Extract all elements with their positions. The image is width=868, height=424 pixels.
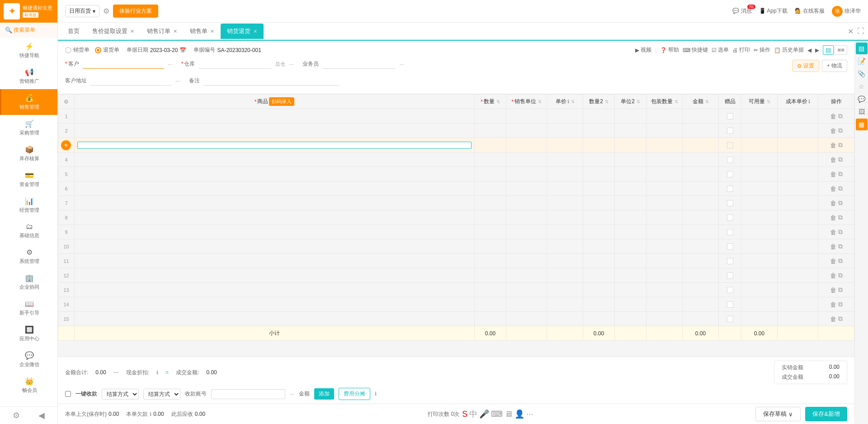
close-tab-icon[interactable]: ✕ xyxy=(848,27,854,36)
unit-sort-icon[interactable]: ⇅ xyxy=(538,99,542,104)
delete-row-btn-1[interactable]: 🗑 xyxy=(830,112,836,120)
right-note-icon[interactable]: 📝 xyxy=(856,55,868,67)
sidebar-item-apps[interactable]: 🔲 应用中心 xyxy=(0,321,57,347)
gift-checkbox-11[interactable] xyxy=(727,258,733,264)
save-new-button[interactable]: 保存&新增 xyxy=(805,407,847,421)
gift-checkbox-12[interactable] xyxy=(727,272,733,279)
copy-row-btn-5[interactable]: ⧉ xyxy=(838,170,843,178)
gift-checkbox-3[interactable] xyxy=(727,142,733,148)
topbar-gear-icon[interactable]: ⚙ xyxy=(103,7,109,15)
toolbar-video-btn[interactable]: ▶ 视频 xyxy=(635,46,651,54)
customer-lookup-btn[interactable]: ··· xyxy=(168,61,172,67)
delete-row-btn-11[interactable]: 🗑 xyxy=(830,257,836,265)
delete-row-btn-5[interactable]: 🗑 xyxy=(830,170,836,178)
unit2-sort-icon[interactable]: ⇅ xyxy=(637,99,640,104)
toolbar-shortcut-btn[interactable]: ⌨ 快捷键 xyxy=(683,46,708,54)
sidebar-item-system[interactable]: ⚙ 系统管理 xyxy=(0,243,57,269)
radio-return[interactable]: 退货单 xyxy=(95,46,119,54)
gift-checkbox-5[interactable] xyxy=(727,171,733,177)
staff-input[interactable] xyxy=(322,59,396,69)
expense-split-btn[interactable]: 费用分摊 xyxy=(339,388,370,400)
logistics-btn[interactable]: + 物流 xyxy=(822,60,847,72)
scan-input-btn[interactable]: 扫码录入 xyxy=(269,97,294,106)
right-scan-icon[interactable]: ▦ xyxy=(856,119,868,130)
tab-price[interactable]: 售价提取设置 ✕ xyxy=(86,24,141,39)
warehouse-lookup-btn[interactable]: ··· xyxy=(289,61,293,67)
add-payment-btn[interactable]: 添加 xyxy=(314,388,334,400)
sidebar-item-wechat[interactable]: 💬 企业微信 xyxy=(0,347,57,372)
gift-checkbox-10[interactable] xyxy=(727,243,733,250)
copy-row-btn-2[interactable]: ⧉ xyxy=(838,127,843,134)
product-input-3[interactable] xyxy=(77,142,472,149)
right-star-icon[interactable]: ☆ xyxy=(856,81,868,92)
tab-close-price[interactable]: ✕ xyxy=(130,29,134,34)
tab-home[interactable]: 首页 xyxy=(61,24,86,39)
sidebar-item-inventory[interactable]: 📦 库存核算 xyxy=(0,141,57,167)
gift-checkbox-9[interactable] xyxy=(727,229,733,235)
copy-row-btn-10[interactable]: ⧉ xyxy=(838,243,843,250)
copy-row-btn-12[interactable]: ⧉ xyxy=(838,272,843,279)
sub-method-select[interactable]: 结算方式 xyxy=(143,389,180,400)
delete-row-btn-7[interactable]: 🗑 xyxy=(830,199,836,207)
nav-prev-icon[interactable]: ◀ xyxy=(807,47,811,53)
copy-row-btn-7[interactable]: ⧉ xyxy=(838,199,843,207)
message-button[interactable]: 💬 消息 70 xyxy=(732,7,751,15)
right-chat-icon[interactable]: 💬 xyxy=(856,93,868,105)
delete-row-btn-6[interactable]: 🗑 xyxy=(830,185,836,192)
sidebar-item-sales[interactable]: 💰 销售管理 xyxy=(0,89,57,115)
address-input[interactable] xyxy=(90,76,172,86)
right-image-icon[interactable]: 🖼 xyxy=(856,106,868,118)
qty-sort-icon[interactable]: ⇅ xyxy=(496,99,500,104)
sidebar-item-search[interactable]: 🔍 搜索菜单 xyxy=(0,23,57,38)
toolbar-operation-btn[interactable]: ✏ 操作 xyxy=(754,46,770,54)
delete-row-btn-12[interactable]: 🗑 xyxy=(830,272,836,279)
toolbar-history-btn[interactable]: 📋 历史单据 xyxy=(774,46,804,54)
sidebar-item-purchase[interactable]: 🛒 采购管理 xyxy=(0,115,57,141)
tab-return[interactable]: 销货退货 ✕ xyxy=(221,24,264,39)
copy-row-btn-15[interactable]: ⧉ xyxy=(838,315,843,323)
gift-checkbox-8[interactable] xyxy=(727,214,733,221)
settings-btn[interactable]: ⚙ 设置 xyxy=(792,60,819,72)
copy-row-btn-6[interactable]: ⧉ xyxy=(838,185,843,192)
nav-next-icon[interactable]: ▶ xyxy=(815,47,819,53)
tab-order[interactable]: 销售订单 ✕ xyxy=(141,24,184,39)
calendar-icon[interactable]: 📅 xyxy=(179,47,186,53)
add-row-btn[interactable]: + xyxy=(61,140,71,150)
cash-discount-info-icon[interactable]: ℹ xyxy=(156,370,158,376)
account-lookup-btn[interactable]: ··· xyxy=(290,391,294,397)
delete-row-btn-8[interactable]: 🗑 xyxy=(830,214,836,221)
tab-close-return[interactable]: ✕ xyxy=(253,29,257,34)
gift-checkbox-4[interactable] xyxy=(727,157,733,163)
sidebar-item-corp[interactable]: 🏢 企业协同 xyxy=(0,269,57,295)
app-download-button[interactable]: 📱 App下载 xyxy=(759,7,788,15)
save-draft-button[interactable]: 保存草稿 ∨ xyxy=(755,407,801,421)
sidebar-item-marketing[interactable]: 📢 营销推广 xyxy=(0,63,57,89)
note-input[interactable] xyxy=(203,76,339,86)
amount-sort-icon[interactable]: ⇅ xyxy=(705,99,709,104)
delete-row-btn-9[interactable]: 🗑 xyxy=(830,228,836,236)
grid-view-btn[interactable]: ▤ xyxy=(823,45,834,55)
trial-button[interactable]: 体验行业方案 xyxy=(113,5,158,18)
list-view-btn[interactable]: ≡≡ xyxy=(835,45,847,55)
one-pay-checkbox[interactable] xyxy=(65,391,71,397)
sidebar-item-basic[interactable]: 🗂 基础信息 xyxy=(0,218,57,243)
delete-row-btn-13[interactable]: 🗑 xyxy=(830,286,836,294)
sidebar-item-operation[interactable]: 📊 经营管理 xyxy=(0,192,57,218)
tab-close-order[interactable]: ✕ xyxy=(173,29,177,34)
pack-sort-icon[interactable]: ⇅ xyxy=(675,99,678,104)
copy-row-btn-1[interactable]: ⧉ xyxy=(838,112,843,120)
gift-checkbox-7[interactable] xyxy=(727,200,733,206)
delete-row-btn-3[interactable]: 🗑 xyxy=(830,141,836,149)
price-sort-icon[interactable]: ⇅ xyxy=(571,99,575,104)
toolbar-help-btn[interactable]: ❓ 帮助 xyxy=(660,46,679,54)
unit-price-info-icon[interactable]: ℹ xyxy=(567,99,569,105)
address-lookup-btn[interactable]: ··· xyxy=(175,78,180,84)
staff-lookup-btn[interactable]: ··· xyxy=(399,61,404,67)
gift-checkbox-2[interactable] xyxy=(727,128,733,134)
sidebar-collapse-btn[interactable]: ◀ xyxy=(38,410,45,420)
available-sort-icon[interactable]: ⇅ xyxy=(767,99,770,104)
right-table-view-icon[interactable]: ▤ xyxy=(856,43,868,54)
gift-checkbox-1[interactable] xyxy=(727,113,733,119)
toolbar-select-btn[interactable]: ☑ 选单 xyxy=(712,46,729,54)
single-owe-info-icon[interactable]: ℹ xyxy=(150,411,151,417)
